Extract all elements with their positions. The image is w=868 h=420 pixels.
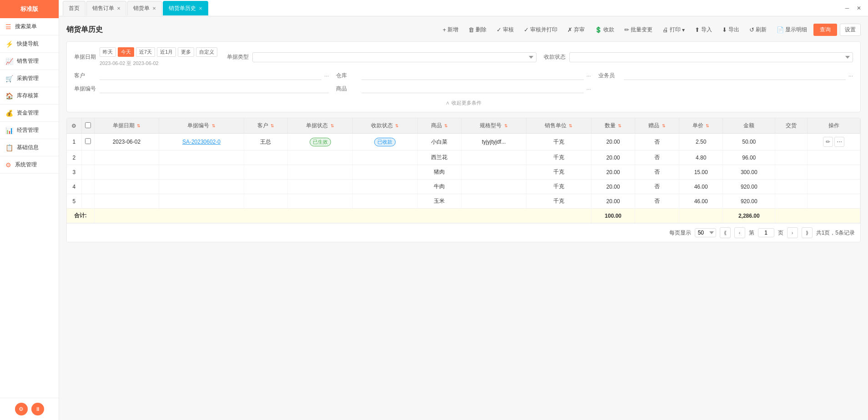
cell-doc-status [288,165,353,180]
filter-row-3: 单据编号 商品 ··· [74,85,853,93]
export-button[interactable]: ⬇ 导出 [718,24,743,35]
cell-checkbox[interactable] [81,194,94,209]
row-checkbox[interactable] [85,138,91,144]
sidebar-item-sales-mgmt[interactable]: 📈 销售管理 [0,53,59,70]
page-content: 销货单历史 + 新增 🗑 删除 ✓ 审核 ✓ 审核并打印 [59,16,868,420]
th-price[interactable]: 单价 ⇅ [679,118,723,134]
tab-sales-order-close[interactable]: ✕ [117,6,120,11]
date-btn-custom[interactable]: 自定义 [196,47,217,57]
salesperson-ellipsis[interactable]: ··· [848,73,853,79]
cell-checkbox[interactable] [81,150,94,165]
product-input[interactable] [361,85,583,93]
doc-status-badge: 已生效 [310,138,331,146]
cell-checkbox[interactable] [81,165,94,180]
th-product[interactable]: 商品 ⇅ [417,118,462,134]
cell-product: 玉米 [417,194,462,209]
tab-sales-order-label: 销售订单 [92,5,114,12]
th-qty[interactable]: 数量 ⇅ [591,118,635,134]
type-select[interactable] [252,52,537,62]
import-button[interactable]: ⬆ 导入 [691,24,716,35]
docnum-input[interactable] [100,85,329,93]
page-next-btn[interactable]: › [787,227,798,238]
tab-sales-order[interactable]: 销售订单 ✕ [86,1,126,15]
sidebar-item-finance-mgmt[interactable]: 💰 资金管理 [0,105,59,122]
date-btn-1month[interactable]: 近1月 [157,47,176,57]
th-customer[interactable]: 客户 ⇅ [244,118,288,134]
th-number[interactable]: 单据编号 ⇅ [159,118,244,134]
page-input[interactable] [758,228,774,237]
abandon-button[interactable]: ✗ 弃审 [564,24,588,35]
cell-amount: 920.00 [723,194,775,209]
type-label: 单据类型 [227,53,250,61]
query-button[interactable]: 查询 [813,24,837,36]
refresh-button[interactable]: ↺ 刷新 [746,24,770,35]
sidebar-collapse-btn[interactable]: ⏸ [31,403,44,415]
new-button[interactable]: + 新增 [439,24,462,35]
delete-button[interactable]: 🗑 删除 [465,24,490,35]
th-settings[interactable]: ⚙ [67,118,81,134]
warehouse-ellipsis[interactable]: ··· [587,73,591,79]
th-pay-status[interactable]: 收款状态 ⇅ [352,118,417,134]
cell-date [94,150,159,165]
warehouse-input[interactable] [361,71,583,80]
collect-button[interactable]: 💲 收款 [591,24,618,35]
date-btn-more[interactable]: 更多 [178,47,194,57]
th-price-label: 单价 [692,122,703,129]
more-action-btn[interactable]: ⋯ [834,137,844,147]
page-size-select[interactable]: 50 100 200 [695,228,716,237]
tab-sales-delivery-close[interactable]: ✕ [152,6,156,11]
audit-print-button[interactable]: ✓ 审核并打印 [520,24,561,35]
tab-close-btn[interactable]: ✕ [853,3,864,14]
salesperson-input[interactable] [624,71,846,80]
sort-qty-icon: ⇅ [618,124,622,128]
sidebar-item-quick-nav[interactable]: ⚡ 快捷导航 [0,35,59,53]
cell-qty: 20.00 [591,150,635,165]
sidebar-item-system-mgmt[interactable]: ⚙ 系统管理 [0,156,59,174]
cell-checkbox[interactable] [81,134,94,150]
date-btn-7days[interactable]: 近7天 [136,47,155,57]
doc-number-link[interactable]: SA-20230602-0 [182,139,221,145]
collapse-bar[interactable]: ∧ 收起更多条件 [74,98,853,106]
tab-minimize-btn[interactable]: ─ [842,3,853,14]
page-last-btn[interactable]: ⟫ [802,227,813,238]
sidebar-item-base-info[interactable]: 📋 基础信息 [0,139,59,156]
status-select[interactable] [569,52,853,62]
customer-ellipsis[interactable]: ··· [324,73,329,79]
tab-sales-delivery[interactable]: 销货单 ✕ [127,1,162,15]
show-detail-button[interactable]: 📄 显示明细 [773,24,811,35]
sidebar-item-search-menu[interactable]: ☰ 搜索菜单 [0,18,59,35]
batch-change-button[interactable]: ✏ 批量变更 [621,24,656,35]
th-unit[interactable]: 销售单位 ⇅ [526,118,591,134]
sidebar-item-operations-mgmt[interactable]: 📊 经营管理 [0,122,59,139]
th-date[interactable]: 单据日期 ⇅ [94,118,159,134]
tab-sales-history-close[interactable]: ✕ [199,6,202,11]
cell-unit: 千克 [526,180,591,194]
product-ellipsis[interactable]: ··· [587,86,591,92]
th-doc-status[interactable]: 单据状态 ⇅ [288,118,353,134]
print-button[interactable]: 🖨 打印 ▾ [659,24,688,35]
tab-home[interactable]: 首页 [63,1,85,15]
audit-button[interactable]: ✓ 审核 [493,24,517,35]
select-all-checkbox[interactable] [85,122,91,128]
th-spec[interactable]: 规格型号 ⇅ [462,118,527,134]
tab-sales-history[interactable]: 销货单历史 ✕ [163,1,208,15]
sidebar-item-purchase-mgmt[interactable]: 🛒 采购管理 [0,70,59,87]
cell-seq: 3 [67,165,81,180]
page-first-btn[interactable]: ⟪ [720,227,731,238]
date-btn-yesterday[interactable]: 昨天 [100,47,116,57]
cell-checkbox[interactable] [81,180,94,194]
product-label: 商品 [336,85,359,93]
table-row: 5玉米千克20.00否46.00920.00 [67,194,860,209]
settings-button[interactable]: 设置 [840,24,861,36]
th-gift[interactable]: 赠品 ⇅ [635,118,679,134]
sidebar-item-inventory-calc[interactable]: 🏠 库存核算 [0,87,59,105]
cell-number[interactable]: SA-20230602-0 [159,134,244,150]
page-prev-btn[interactable]: ‹ [734,227,745,238]
sidebar-settings-btn[interactable]: ⚙ [15,403,28,415]
th-checkbox[interactable] [81,118,94,134]
customer-input[interactable] [100,71,321,80]
cell-spec [462,194,527,209]
page-header: 销货单历史 + 新增 🗑 删除 ✓ 审核 ✓ 审核并打印 [66,24,861,36]
edit-action-btn[interactable]: ✏ [823,137,833,147]
date-btn-today[interactable]: 今天 [118,47,134,57]
